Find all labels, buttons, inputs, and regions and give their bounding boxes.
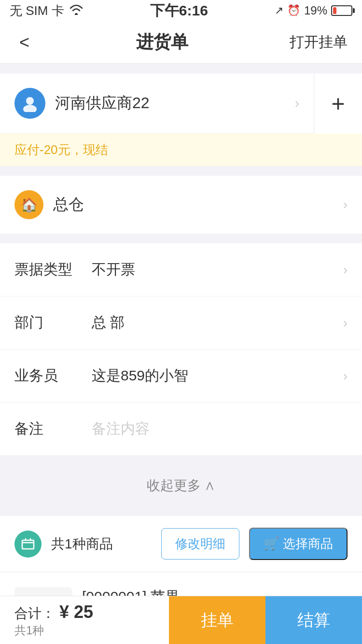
warehouse-icon: 🏠 [14, 190, 43, 219]
remark-input[interactable]: 备注内容 [92, 419, 348, 439]
bottom-total: 合计： ¥ 25 共1种 [0, 596, 169, 644]
collapse-bar[interactable]: 收起更多 ∧ [0, 465, 362, 506]
battery-icon [331, 5, 352, 16]
product-count: 共1种商品 [51, 535, 152, 553]
svg-rect-2 [22, 540, 34, 549]
alarm-icon: ⏰ [287, 4, 300, 17]
form-section: 票据类型 不开票 › 部门 总 部 › 业务员 这是859的小智 › 备注 备注… [0, 243, 362, 455]
total-label: 合计： [14, 606, 55, 621]
collapse-label: 收起更多 ∧ [147, 476, 216, 495]
edit-detail-button[interactable]: 修改明细 [161, 528, 239, 560]
warehouse-name: 总仓 [53, 194, 334, 215]
salesperson-value: 这是859的小智 [92, 366, 343, 386]
department-chevron-icon: › [343, 315, 348, 331]
department-row[interactable]: 部门 总 部 › [0, 296, 362, 350]
location-icon: ↗ [275, 4, 283, 17]
remark-label: 备注 [14, 419, 92, 439]
warehouse-chevron-icon: › [343, 197, 348, 212]
checkout-button[interactable]: 结算 [265, 596, 362, 644]
select-product-label: 选择商品 [283, 535, 333, 552]
status-bar: 无 SIM 卡 下午6:16 ↗ ⏰ 19% [0, 0, 362, 21]
status-left: 无 SIM 卡 [10, 2, 84, 19]
carrier-label: 无 SIM 卡 [10, 2, 64, 19]
department-label: 部门 [14, 313, 92, 333]
invoice-type-label: 票据类型 [14, 260, 92, 280]
select-product-button[interactable]: 🛒 选择商品 [249, 528, 348, 560]
supplier-row[interactable]: 河南供应商22 › [0, 73, 314, 134]
invoice-type-value: 不开票 [92, 260, 343, 280]
status-right: ↗ ⏰ 19% [275, 4, 352, 17]
hang-button[interactable]: 挂单 [169, 596, 265, 644]
remark-row[interactable]: 备注 备注内容 [0, 403, 362, 455]
warehouse-row[interactable]: 🏠 总仓 › [0, 176, 362, 234]
nav-bar: < 进货单 打开挂单 [0, 21, 362, 64]
back-button[interactable]: < [14, 28, 34, 57]
warehouse-section: 🏠 总仓 › [0, 176, 362, 234]
salesperson-chevron-icon: › [343, 368, 348, 384]
total-count: 共1种 [14, 623, 154, 638]
invoice-type-row[interactable]: 票据类型 不开票 › [0, 243, 362, 296]
supplier-section: 河南供应商22 › + [0, 73, 362, 134]
notice-text: 应付-20元，现结 [14, 142, 108, 157]
salesperson-label: 业务员 [14, 366, 92, 386]
cart-icon: 🛒 [264, 536, 279, 551]
svg-point-0 [26, 97, 34, 105]
total-amount: ¥ 25 [59, 602, 93, 622]
supplier-avatar [14, 88, 45, 119]
notice-bar: 应付-20元，现结 [0, 134, 362, 166]
open-hang-button[interactable]: 打开挂单 [290, 32, 348, 52]
bottom-bar: 合计： ¥ 25 共1种 挂单 结算 [0, 596, 362, 644]
product-header: 共1种商品 修改明细 🛒 选择商品 [0, 516, 362, 572]
add-supplier-button[interactable]: + [314, 73, 362, 134]
wifi-icon [69, 3, 84, 18]
product-list-icon [14, 531, 42, 558]
supplier-name: 河南供应商22 [55, 93, 285, 114]
page-title: 进货单 [136, 30, 188, 54]
total-row: 合计： ¥ 25 [14, 602, 154, 623]
battery-percent: 19% [304, 4, 327, 17]
salesperson-row[interactable]: 业务员 这是859的小智 › [0, 350, 362, 403]
invoice-type-chevron-icon: › [343, 262, 348, 278]
status-time: 下午6:16 [150, 1, 208, 21]
department-value: 总 部 [92, 313, 343, 333]
svg-point-1 [23, 105, 37, 112]
supplier-chevron-icon: › [295, 96, 299, 111]
